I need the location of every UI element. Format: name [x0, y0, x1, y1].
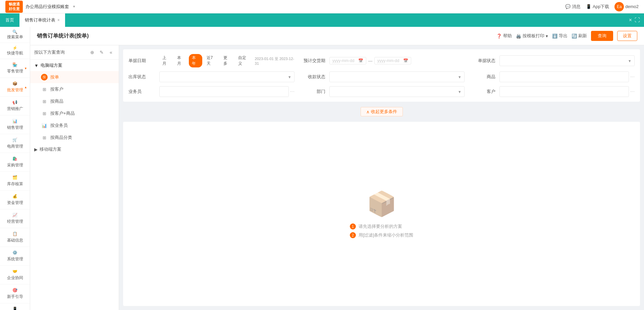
sidebar-item-ecommerce[interactable]: 🛒 电商管理: [0, 134, 30, 153]
desktop-group-header[interactable]: ▼ 电脑端方案: [30, 60, 119, 71]
setting-button[interactable]: 设置: [617, 31, 637, 41]
sidebar-item-system[interactable]: ⚙️ 系统管理: [0, 247, 30, 266]
inner-layout: 按以下方案查询 ⊕ ✎ « ▼: [30, 45, 644, 310]
sidebar-item-retail[interactable]: 🏪 零售管理: [0, 59, 30, 78]
by-category-label: 按商品分类: [50, 135, 72, 141]
scheme-item-by-customer-product[interactable]: ⊞ 按客户+商品: [30, 107, 119, 119]
pay-status-select[interactable]: ▾: [329, 71, 465, 82]
logo-text: 畅捷通好生意: [9, 2, 20, 11]
empty-tip-1: 1 请先选择要分析的方案: [350, 223, 413, 229]
sidebar-item-base-info[interactable]: 📋 基础信息: [0, 228, 30, 247]
inventory-icon: 🗂️: [12, 175, 17, 180]
product-more-button[interactable]: ···: [630, 74, 635, 80]
shortcut-custom[interactable]: 自定义: [235, 54, 252, 67]
refresh-icon: 🔄: [572, 34, 577, 39]
window-close-icon[interactable]: ×: [629, 17, 632, 23]
shortcut-more[interactable]: 更多: [220, 54, 234, 67]
scheme-item-by-customer[interactable]: ⊞ 按客户: [30, 83, 119, 95]
shortcut-this-month[interactable]: 本月: [174, 54, 187, 67]
customer-more-button[interactable]: ···: [630, 89, 635, 95]
add-scheme-button[interactable]: ⊕: [89, 49, 96, 56]
delivery-date-from[interactable]: yyyy-mm-dd 📅: [329, 57, 366, 64]
date-range-display: 2023-01-01 至 2023-12-31: [255, 56, 294, 65]
finance-label: 资金管理: [7, 200, 23, 206]
collapse-panel-button[interactable]: «: [107, 49, 115, 56]
sidebar-item-sales[interactable]: 📊 销售管理: [0, 115, 30, 134]
company-dropdown-icon[interactable]: ▾: [73, 4, 75, 9]
quick-nav-icon: ⚡: [3, 46, 27, 50]
print-button[interactable]: 🖨️ 按模板打印 ▾: [516, 33, 548, 39]
print-dropdown-icon[interactable]: ▾: [546, 34, 548, 39]
shortcut-this-year[interactable]: 本年: [189, 54, 202, 67]
company-name: 办公用品行业模拟账套: [25, 4, 69, 10]
status-select[interactable]: ▾: [499, 55, 635, 66]
scheme-item-by-order[interactable]: 按 按单: [30, 71, 119, 83]
purchase-icon: 🛍️: [12, 156, 17, 161]
empty-tips: 1 请先选择要分析的方案 2 用[过滤]条件来缩小分析范围: [350, 223, 413, 238]
query-button[interactable]: 查询: [591, 31, 613, 41]
filter-area: 单据日期 上月 本月 本年 近7天 更多 自定义 2023-01-01 至 20…: [123, 49, 640, 102]
customer-input[interactable]: [499, 86, 629, 97]
tip-text-2: 用[过滤]条件来缩小分析范围: [359, 232, 413, 238]
sidebar-search[interactable]: 🔍 搜索菜单: [0, 27, 30, 43]
product-input[interactable]: [499, 71, 629, 82]
print-icon: 🖨️: [516, 34, 521, 39]
user-menu-button[interactable]: Ea demo2: [614, 2, 639, 11]
sidebar-item-collab[interactable]: 🤝 企业协同: [0, 266, 30, 285]
dept-arrow: ▾: [459, 89, 461, 94]
collapse-button[interactable]: ∧ 收起更多条件: [361, 107, 403, 116]
sidebar-item-app-center[interactable]: 📱 应用中心: [0, 303, 30, 310]
sidebar-item-wholesale[interactable]: 📦 批发管理: [0, 78, 30, 97]
mobile-group-arrow: ▶: [34, 147, 38, 152]
out-status-select[interactable]: ▾: [159, 71, 294, 82]
product-label: 商品: [469, 74, 495, 80]
desktop-scheme-group: ▼ 电脑端方案 按 按单 ⊞ 按客户 ⊞ 按商品: [30, 60, 119, 144]
retail-icon: 🏪: [12, 62, 17, 67]
scheme-item-by-salesperson[interactable]: 📊 按业务员: [30, 119, 119, 132]
sidebar-quick-nav[interactable]: ⚡ 快捷导航: [0, 43, 30, 59]
app-label: App下载: [593, 4, 609, 10]
delivery-date-to[interactable]: yyyy-mm-dd 📅: [374, 57, 411, 64]
scheme-item-by-product[interactable]: ⊞ 按商品: [30, 95, 119, 107]
window-expand-icon[interactable]: ⛶: [635, 17, 640, 23]
mobile-group-header[interactable]: ▶ 移动端方案: [30, 144, 119, 155]
print-label: 按模板打印: [523, 33, 544, 39]
left-panel: 按以下方案查询 ⊕ ✎ « ▼: [30, 45, 119, 310]
by-order-label: 按单: [50, 74, 59, 80]
refresh-button[interactable]: 🔄 刷新: [572, 33, 587, 39]
sidebar-item-operations[interactable]: 📈 经营管理: [0, 209, 30, 228]
message-button[interactable]: 💬 消息: [565, 4, 581, 10]
sidebar-item-marketing[interactable]: 📢 营销推广: [0, 97, 30, 115]
edit-icon: ✎: [100, 50, 104, 55]
dept-select[interactable]: ▾: [329, 86, 465, 97]
tab-sales-order-stats[interactable]: 销售订单统计表 ×: [19, 13, 65, 27]
top-bar-left: 畅捷通好生意 办公用品行业模拟账套 ▾: [5, 1, 75, 13]
calendar-icon-2: 📅: [403, 58, 408, 63]
mobile-scheme-group: ▶ 移动端方案: [30, 144, 119, 155]
shortcut-last-7days[interactable]: 近7天: [204, 54, 219, 67]
status-select-arrow: ▾: [629, 58, 631, 63]
tab-close-button[interactable]: ×: [57, 18, 60, 22]
app-download-button[interactable]: 📱 App下载: [586, 4, 609, 10]
sidebar-item-guide[interactable]: 🎯 新手引导: [0, 285, 30, 303]
top-bar-right: 💬 消息 📱 App下载 Ea demo2: [565, 2, 639, 11]
shortcut-last-month[interactable]: 上月: [159, 54, 173, 67]
edit-scheme-button[interactable]: ✎: [98, 49, 105, 56]
sidebar-item-purchase[interactable]: 🛍️ 采购管理: [0, 153, 30, 172]
sidebar-item-inventory[interactable]: 🗂️ 库存核算: [0, 172, 30, 191]
date-filter-group: 上月 本月 本年 近7天 更多 自定义 2023-01-01 至 2023-12…: [159, 54, 294, 67]
scheme-item-by-category[interactable]: ⊞ 按商品分类: [30, 132, 119, 144]
collapse-label: 收起更多条件: [371, 109, 397, 115]
salesperson-input[interactable]: [159, 86, 289, 97]
help-button[interactable]: ❓ 帮助: [496, 33, 512, 39]
desktop-group-arrow: ▼: [34, 63, 39, 68]
by-salesperson-icon: 📊: [41, 122, 48, 129]
tab-home[interactable]: 首页: [0, 13, 19, 27]
salesperson-more-button[interactable]: ···: [290, 89, 294, 95]
sidebar-item-finance[interactable]: 💰 资金管理: [0, 191, 30, 209]
export-icon: ⬇️: [552, 34, 557, 39]
tab-bar-right: × ⛶: [629, 17, 644, 23]
help-label: 帮助: [503, 33, 512, 39]
export-button[interactable]: ⬇️ 导出: [552, 33, 568, 39]
empty-illustration: 📦: [367, 190, 397, 218]
